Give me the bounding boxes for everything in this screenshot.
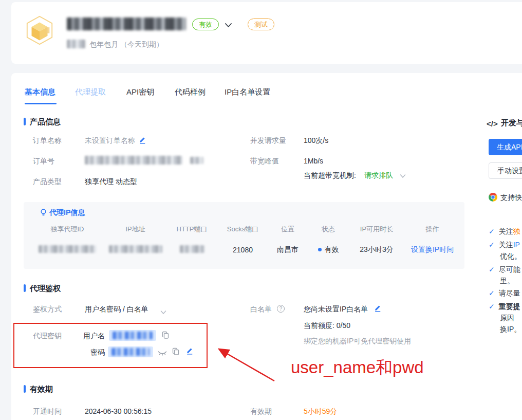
whitelist-hint: 绑定您的机器IP可免代理密钥使用 — [304, 337, 411, 346]
generate-api-button[interactable]: 生成API — [489, 139, 522, 155]
proxy-ip-panel: 代理IP信息 独享代理ID IP地址 HTTP端口 Socks端口 位置 状态 … — [24, 202, 464, 269]
proxy-key-label: 代理密钥 — [33, 332, 62, 341]
content-card: 基本信息 代理提取 API密钥 代码样例 IP白名单设置 产品信息 订单名称 未… — [11, 73, 522, 420]
col-header-action: 操作 — [405, 225, 459, 234]
tip-1-accent: 独 — [513, 227, 520, 235]
check-icon: ✓ — [489, 241, 495, 249]
validity-duration-label: 有效期 — [250, 407, 272, 416]
tip-5-text: 重要提 — [499, 302, 520, 311]
col-header-socks-port: Socks端口 — [219, 225, 267, 234]
product-cube-icon — [24, 14, 55, 48]
password-value-redacted — [108, 346, 153, 357]
open-time-value: 2024-06-30 00:56:15 — [85, 407, 152, 415]
region-redacted — [67, 40, 85, 48]
proxy-ip-table: 独享代理ID IP地址 HTTP端口 Socks端口 位置 状态 IP可用时长 … — [29, 225, 459, 254]
auth-method-value: 用户名密码 / 白名单 — [85, 305, 148, 314]
edit-order-name-icon[interactable] — [139, 136, 146, 146]
tip-2-line2: 优化。 — [500, 252, 521, 261]
instance-title-redacted — [67, 17, 186, 30]
over-bandwidth-label: 当前超带宽机制: — [304, 171, 356, 179]
auth-section-title: 代理鉴权 — [24, 284, 61, 294]
duration-value: 23小时3分 — [348, 245, 405, 254]
copy-password-icon[interactable] — [172, 348, 180, 358]
tip-3-line2: 里。 — [500, 277, 514, 286]
over-bandwidth-row: 当前超带宽机制: 请求排队 — [304, 171, 406, 180]
bandwidth-value: 1Mb/s — [304, 157, 323, 165]
check-icon: ✓ — [489, 302, 495, 311]
order-no-redacted — [85, 156, 182, 165]
tab-proxy-extract[interactable]: 代理提取 — [75, 87, 106, 97]
check-icon: ✓ — [489, 265, 495, 273]
chrome-support-text: 支持快 — [500, 193, 522, 202]
tab-api-key[interactable]: API密钥 — [126, 87, 154, 97]
copy-username-icon[interactable] — [161, 331, 170, 341]
annotation-label: user_name和pwd — [291, 356, 424, 379]
concurrency-label: 并发请求量 — [250, 136, 286, 145]
set-ip-change-time-link[interactable]: 设置换IP时间 — [405, 245, 459, 254]
chrome-support-row: 支持快 — [489, 193, 522, 203]
header-card: 有效 测试 包年包月 （今天到期） — [11, 2, 522, 64]
whitelist-label: 白名单 — [250, 305, 272, 314]
status-chevron-down-icon[interactable] — [225, 21, 232, 30]
col-header-duration: IP可用时长 — [348, 225, 405, 234]
test-badge: 测试 — [248, 19, 274, 30]
whitelist-value: 您尚未设置IP白名单 — [304, 305, 368, 314]
manual-setup-button[interactable]: 手动设置 — [489, 162, 522, 179]
proxy-ip-panel-title: 代理IP信息 — [49, 208, 85, 217]
tab-code-samples[interactable]: 代码样例 — [175, 87, 206, 97]
tip-5-line2: 原因 — [500, 314, 514, 323]
socks-port-value: 21080 — [219, 246, 267, 254]
col-header-location: 位置 — [267, 225, 309, 234]
tip-item-2: ✓关注IP — [489, 241, 520, 250]
tip-5-line3-change-ip-link[interactable]: 换IP。 — [500, 325, 521, 334]
proxy-ip-table-header: 独享代理ID IP地址 HTTP端口 Socks端口 位置 状态 IP可用时长 … — [29, 225, 459, 234]
bandwidth-label: 带宽峰值 — [250, 157, 279, 166]
auth-method-label: 鉴权方式 — [33, 305, 62, 314]
check-icon: ✓ — [489, 289, 495, 297]
password-visibility-eye-closed-icon[interactable] — [158, 349, 167, 358]
dev-integration-heading: </>开发与 — [487, 118, 522, 128]
status-cell: 有效 — [309, 245, 348, 254]
tip-item-3: ✓尽可能 — [489, 265, 520, 275]
col-header-http-port: HTTP端口 — [165, 225, 219, 234]
concurrency-value: 100次/s — [304, 136, 328, 145]
col-header-status: 状态 — [309, 225, 348, 234]
proxy-id-redacted — [39, 245, 96, 253]
over-bandwidth-value[interactable]: 请求排队 — [364, 171, 393, 179]
order-no-label: 订单号 — [33, 157, 54, 166]
order-name-label: 订单名称 — [33, 136, 62, 145]
product-type-label: 产品类型 — [33, 177, 62, 187]
code-icon: </> — [487, 119, 498, 128]
tip-item-4: ✓请尽量 — [489, 289, 520, 298]
tip-2-text: 关注 — [499, 241, 513, 249]
whitelist-quota: 当前额度: 0/50 — [304, 321, 350, 331]
tip-item-1: ✓关注独 — [489, 227, 520, 236]
page: 有效 测试 包年包月 （今天到期） 基本信息 代理提取 API密钥 代码样例 I… — [0, 0, 522, 420]
tip-1-text: 关注 — [499, 227, 513, 235]
validity-duration-value: 5小时59分 — [304, 407, 337, 416]
status-dot-icon — [318, 248, 322, 251]
username-label: 用户名 — [73, 332, 105, 341]
plan-text: 包年包月 （今天到期） — [89, 40, 163, 49]
open-time-label: 开通时间 — [33, 407, 62, 416]
whitelist-help-icon[interactable]: ? — [277, 305, 285, 313]
dev-heading-text: 开发与 — [501, 118, 522, 127]
col-header-proxy-id: 独享代理ID — [29, 225, 106, 234]
tip-item-5: ✓重要提 — [489, 302, 520, 312]
validity-section-title: 有效期 — [24, 385, 53, 394]
password-label: 密码 — [73, 348, 105, 357]
product-type-value: 独享代理 动态型 — [85, 177, 137, 187]
auth-method-chevron-down-icon[interactable] — [160, 307, 166, 317]
check-icon: ✓ — [489, 227, 495, 235]
tab-basic-info[interactable]: 基本信息 — [25, 87, 55, 97]
tab-ip-whitelist[interactable]: IP白名单设置 — [225, 87, 270, 97]
edit-whitelist-icon[interactable] — [374, 304, 381, 314]
order-no-extra-redacted — [190, 157, 203, 164]
over-bandwidth-chevron-down-icon[interactable] — [400, 171, 406, 180]
status-badge: 有效 — [192, 19, 219, 30]
tip-3-text: 尽可能 — [499, 265, 520, 273]
active-tab-underline — [25, 103, 57, 104]
edit-password-icon[interactable] — [186, 347, 193, 357]
ip-address-redacted — [109, 245, 162, 253]
col-header-ip: IP地址 — [106, 225, 165, 234]
